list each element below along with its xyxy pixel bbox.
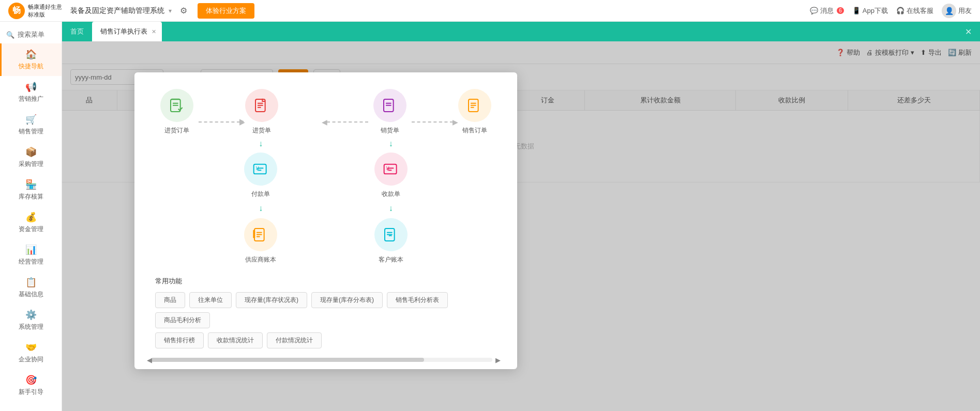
inventory-icon: 🏪 — [25, 179, 37, 190]
svg-rect-26 — [257, 236, 260, 237]
purchase-bill-circle — [245, 89, 278, 122]
func-btn-sales-analysis[interactable]: 销售毛利分析表 — [387, 292, 448, 308]
arrow-down-receipt: ↓ — [367, 204, 415, 213]
svg-rect-10 — [386, 105, 391, 106]
svg-rect-27 — [253, 230, 255, 238]
svg-rect-24 — [257, 232, 262, 233]
logo-icon: 畅 — [8, 3, 25, 19]
dropdown-arrow-icon[interactable]: ▾ — [169, 7, 172, 14]
sidebar-item-newbie[interactable]: 🎯 新手引导 — [0, 369, 62, 402]
enterprise-icon: 🤝 — [25, 342, 37, 353]
func-btn-product[interactable]: 商品 — [155, 292, 185, 308]
sidebar-item-basic-info[interactable]: 📋 基础信息 — [0, 271, 62, 304]
sales-bill-circle — [373, 89, 406, 122]
system-icon: ⚙️ — [25, 309, 37, 321]
func-btn-partners[interactable]: 往来单位 — [189, 292, 232, 308]
scroll-right-icon[interactable]: ▶ — [495, 356, 501, 364]
svg-rect-22 — [388, 170, 391, 171]
avatar: 👤 — [942, 4, 956, 18]
flow-node-sales-bill[interactable]: 销货单 — [368, 89, 412, 135]
func-btn-stock-dist[interactable]: 现存量(库存分布表) — [311, 292, 383, 308]
sidebar-item-quick-nav[interactable]: 🏠 快捷导航 — [0, 43, 62, 76]
supplier-ledger-circle — [244, 218, 277, 251]
svg-rect-12 — [471, 103, 476, 104]
tab-bar: 首页 销售订单执行表 ✕ ✕ — [62, 22, 980, 41]
sidebar-item-inventory[interactable]: 🏪 库存核算 — [0, 174, 62, 206]
modal-scrollbar[interactable] — [151, 358, 492, 362]
flow-node-sales-order[interactable]: 销售订单 — [453, 89, 496, 135]
tab-home[interactable]: 首页 — [62, 22, 92, 41]
sidebar-item-marketing[interactable]: 📢 营销推广 — [0, 76, 62, 109]
customer-ledger-circle — [374, 218, 408, 251]
user-item[interactable]: 👤 用友 — [942, 4, 972, 18]
sidebar-item-operations[interactable]: 📊 经营管理 — [0, 239, 62, 271]
svg-rect-29 — [387, 232, 393, 233]
flow-node-receipt-slip[interactable]: ¥ 收款单 — [367, 153, 415, 199]
svg-rect-30 — [387, 234, 393, 235]
system-title: 装备及固定资产辅助管理系统 ▾ ⚙ 体验行业方案 — [70, 3, 810, 19]
logo-text: 畅康通好生意 标准版 — [28, 3, 62, 18]
flow-node-purchase-bill[interactable]: 进货单 — [240, 89, 283, 135]
sidebar-item-system[interactable]: ⚙️ 系统管理 — [0, 304, 62, 337]
message-item[interactable]: 💬 消息 6 — [810, 6, 844, 16]
marketing-icon: 📢 — [25, 81, 37, 93]
header-right: 💬 消息 6 📱 App下载 🎧 在线客服 👤 用友 — [810, 4, 972, 18]
payment-slip-circle: ¥ — [244, 153, 277, 186]
sidebar: 🔍 搜索菜单 🏠 快捷导航 📢 营销推广 🛒 销售管理 📦 采购管理 🏪 库存核… — [0, 22, 62, 411]
sidebar-item-finance[interactable]: 💰 资金管理 — [0, 206, 62, 239]
sidebar-item-sales[interactable]: 🛒 销售管理 — [0, 109, 62, 141]
modal: 进货订单 ▶ — [134, 72, 517, 369]
scroll-left-icon[interactable]: ◀ — [147, 356, 152, 364]
home-icon: 🏠 — [25, 49, 37, 60]
svg-rect-5 — [258, 103, 263, 104]
func-btn-product-analysis[interactable]: 商品毛利分析 — [155, 312, 210, 328]
search-menu[interactable]: 🔍 搜索菜单 — [0, 26, 62, 43]
newbie-icon: 🎯 — [25, 374, 37, 386]
top-header: 畅 畅康通好生意 标准版 装备及固定资产辅助管理系统 ▾ ⚙ 体验行业方案 💬 … — [0, 0, 980, 22]
tab-sales-order[interactable]: 销售订单执行表 ✕ — [92, 22, 162, 41]
main-content: ❓ 帮助 🖨 按模板打印 ▾ ⬆ 导出 🔄 刷新 — [62, 41, 980, 411]
payment-slip-label: 付款单 — [251, 190, 270, 199]
flow-node-customer-ledger[interactable]: 客户账本 — [367, 218, 415, 264]
experience-btn[interactable]: 体验行业方案 — [198, 3, 254, 19]
flow-node-payment-slip[interactable]: ¥ 付款单 — [236, 153, 285, 199]
tab-close-btn[interactable]: ✕ — [149, 27, 158, 36]
arrow-down-purchase-bill: ↓ — [236, 139, 285, 148]
logo-area: 畅 畅康通好生意 标准版 — [8, 3, 70, 19]
sales-order-label: 销售订单 — [462, 126, 487, 135]
online-service-item[interactable]: 🎧 在线客服 — [896, 6, 933, 16]
svg-rect-13 — [471, 105, 476, 106]
app-download-item[interactable]: 📱 App下载 — [852, 6, 888, 16]
main-layout: 🔍 搜索菜单 🏠 快捷导航 📢 营销推广 🛒 销售管理 📦 采购管理 🏪 库存核… — [0, 22, 980, 411]
content-area: 首页 销售订单执行表 ✕ ✕ ❓ 帮助 🖨 按模板打印 ▾ — [62, 22, 980, 411]
purchase-icon: 📦 — [25, 146, 37, 158]
finance-icon: 💰 — [25, 211, 37, 223]
arrow-purchase-order-to-bill: ▶ — [199, 121, 240, 135]
sales-order-circle — [458, 89, 491, 122]
tab-bar-close-btn[interactable]: ✕ — [957, 27, 980, 37]
func-btn-payment-stats[interactable]: 付款情况统计 — [267, 332, 322, 348]
func-btn-stock-status[interactable]: 现存量(库存状况表) — [236, 292, 307, 308]
svg-rect-18 — [258, 170, 262, 171]
func-btn-sales-rank[interactable]: 销售排行榜 — [155, 332, 204, 348]
receipt-slip-label: 收款单 — [382, 190, 400, 199]
system-name: 装备及固定资产辅助管理系统 — [70, 6, 164, 16]
func-btn-receipt-stats[interactable]: 收款情况统计 — [208, 332, 263, 348]
settings-icon[interactable]: ⚙ — [180, 6, 187, 16]
svg-rect-25 — [257, 234, 262, 235]
common-functions-title: 常用功能 — [155, 277, 496, 286]
svg-rect-14 — [471, 107, 474, 108]
arrow-sales-order-to-bill: ◀ — [327, 121, 368, 135]
flow-node-supplier-ledger[interactable]: 供应商账本 — [236, 218, 285, 264]
sidebar-item-enterprise[interactable]: 🤝 企业协同 — [0, 337, 62, 369]
headset-icon: 🎧 — [896, 7, 904, 14]
customer-ledger-label: 客户账本 — [379, 255, 403, 264]
sales-icon: 🛒 — [25, 114, 37, 125]
app-icon: 📱 — [852, 7, 861, 14]
function-buttons-row1: 商品 往来单位 现存量(库存状况表) 现存量(库存分布表) 销售毛利分析表 商品… — [155, 292, 496, 328]
supplier-ledger-label: 供应商账本 — [245, 255, 276, 264]
sidebar-item-purchase[interactable]: 📦 采购管理 — [0, 141, 62, 174]
svg-rect-21 — [388, 168, 394, 169]
modal-overlay[interactable]: 进货订单 ▶ — [62, 41, 980, 411]
flow-node-purchase-order[interactable]: 进货订单 — [155, 89, 199, 135]
